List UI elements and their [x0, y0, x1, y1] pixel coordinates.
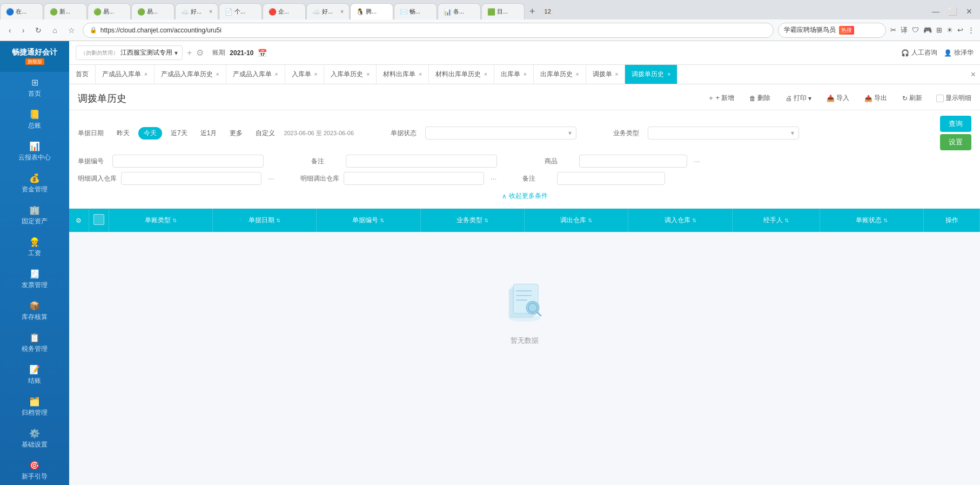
tab-product-inbound2[interactable]: 产成品入库单 × [226, 65, 285, 84]
tab-material-outbound[interactable]: 材料出库单 × [377, 65, 429, 84]
col-business[interactable]: 业务类型 ⇅ [420, 209, 524, 232]
add-company-icon[interactable]: + [187, 48, 192, 58]
close-button[interactable]: ✕ [964, 5, 975, 18]
sidebar-item-tax[interactable]: 📋 税务管理 [0, 327, 69, 359]
col-no[interactable]: 单据编号 ⇅ [317, 209, 420, 232]
goods-dots[interactable]: ··· [694, 157, 700, 165]
date-1month-btn[interactable]: 近1月 [196, 127, 221, 139]
tab-close-material-outbound[interactable]: × [419, 71, 422, 77]
date-yesterday-btn[interactable]: 昨天 [112, 127, 134, 139]
tab-close-inbound-history[interactable]: × [366, 71, 370, 77]
date-custom-btn[interactable]: 自定义 [251, 127, 279, 139]
col-in-warehouse[interactable]: 调入仓库 ⇅ [628, 209, 732, 232]
close-all-tabs-button[interactable]: × [966, 70, 980, 79]
browser-tab-1[interactable]: 🔵 在... [0, 3, 43, 19]
show-columns-toggle[interactable]: 显示明细 [936, 94, 971, 103]
tab-close-transfer[interactable]: × [615, 71, 619, 77]
col-status[interactable]: 单账状态 ⇅ [820, 209, 923, 232]
sidebar-item-assets[interactable]: 🏢 固定资产 [0, 200, 69, 231]
goods-input[interactable] [579, 155, 687, 168]
tab-close-material-outbound-history[interactable]: × [484, 71, 487, 77]
remark-input[interactable] [346, 155, 497, 168]
home-button[interactable]: ⌂ [49, 24, 60, 37]
refresh-button[interactable]: ↻ 刷新 [897, 91, 928, 105]
consultant-button[interactable]: 🎧 人工咨询 [901, 48, 937, 57]
detail-in-dots[interactable]: ··· [268, 174, 274, 183]
user-info[interactable]: 👤 徐泽华 [944, 48, 974, 57]
browser-tab-8[interactable]: ☁️ 好... × [306, 3, 350, 19]
browser-tab-5[interactable]: ☁️ 好... × [175, 3, 218, 19]
sidebar-item-settings[interactable]: ⚙️ 基础设置 [0, 423, 69, 455]
detail-out-input[interactable] [344, 172, 484, 185]
browser-tab-12[interactable]: 🟩 目... [481, 3, 525, 19]
filter-settings-button[interactable]: 设置 [940, 134, 971, 150]
back-button[interactable]: ‹ [5, 24, 15, 37]
tab-product-inbound-history[interactable]: 产成品入库单历史 × [155, 65, 226, 84]
select-all-checkbox[interactable] [93, 214, 104, 225]
minimize-button[interactable]: — [930, 5, 942, 18]
bookmark-button[interactable]: ☆ [65, 24, 78, 37]
export-button[interactable]: 📤 导出 [859, 91, 892, 105]
reload-button[interactable]: ↻ [32, 24, 45, 37]
grid-icon[interactable]: ⊞ [936, 26, 942, 34]
sidebar-item-invoice[interactable]: 🧾 发票管理 [0, 263, 69, 295]
new-tab-button[interactable]: + [525, 6, 540, 17]
column-settings-button[interactable]: ⚙ [69, 209, 89, 232]
sidebar-item-inventory[interactable]: 📦 库存核算 [0, 295, 69, 327]
new-button[interactable]: ＋ + 新增 [702, 91, 740, 105]
browser-tab-10[interactable]: ✉️ 畅... [394, 3, 437, 19]
sidebar-item-reports[interactable]: 📊 云报表中心 [0, 136, 69, 168]
sidebar-item-ledger[interactable]: 📒 总账 [0, 104, 69, 136]
tab-home[interactable]: 首页 [69, 65, 96, 84]
brightness-icon[interactable]: ☀ [947, 26, 953, 34]
sidebar-item-home[interactable]: ⊞ 首页 [0, 72, 69, 104]
browser-tab-9[interactable]: 🐧 腾... [350, 3, 393, 19]
sidebar-item-guide[interactable]: 🎯 新手引导 [0, 455, 69, 485]
delete-button[interactable]: 🗑 删除 [744, 91, 776, 105]
business-type-dropdown[interactable]: ▾ [648, 127, 799, 139]
menu-icon[interactable]: ⋮ [968, 26, 975, 34]
query-button[interactable]: 查询 [940, 116, 971, 132]
gamepad-icon[interactable]: 🎮 [923, 26, 932, 34]
company-selector[interactable]: （勿删勿禁用） 江西服宝测试专用 ▾ [76, 45, 183, 60]
tab-close-5[interactable]: × [209, 9, 212, 15]
tab-close-product-inbound[interactable]: × [144, 71, 147, 77]
date-today-btn[interactable]: 今天 [138, 127, 162, 139]
tab-product-inbound[interactable]: 产成品入库单 × [96, 65, 155, 84]
sidebar-item-salary[interactable]: 👷 工资 [0, 231, 69, 263]
date-more-btn[interactable]: 更多 [225, 127, 247, 139]
tab-outbound[interactable]: 出库单 × [494, 65, 534, 84]
select-all-th[interactable] [89, 209, 109, 232]
collapse-filter-button[interactable]: ∧ 收起更多条件 [78, 189, 971, 203]
tab-close-product-inbound2[interactable]: × [275, 71, 278, 77]
tab-material-outbound-history[interactable]: 材料出库单历史 × [429, 65, 494, 84]
tab-close-product-inbound-history[interactable]: × [216, 71, 219, 77]
tab-close-outbound-history[interactable]: × [576, 71, 579, 77]
maximize-button[interactable]: ⬜ [946, 5, 959, 18]
sidebar-item-closing[interactable]: 📝 结账 [0, 359, 69, 391]
browser-tab-6[interactable]: 📄 个... [219, 3, 262, 19]
print-button[interactable]: 🖨 打印 ▾ [780, 91, 817, 105]
remark2-input[interactable] [557, 172, 665, 185]
browser-tab-2[interactable]: 🟢 新... [44, 3, 87, 19]
tab-transfer-history[interactable]: 调拨单历史 × [625, 65, 677, 84]
status-dropdown[interactable]: ▾ [425, 127, 576, 139]
sidebar-item-archive[interactable]: 🗂️ 归档管理 [0, 391, 69, 423]
tab-close-8[interactable]: × [340, 9, 344, 15]
tab-close-inbound[interactable]: × [314, 71, 318, 77]
detail-in-input[interactable] [121, 172, 261, 185]
tab-close-outbound[interactable]: × [523, 71, 527, 77]
browser-tab-4[interactable]: 🟢 易... [131, 3, 174, 19]
forward-button[interactable]: › [19, 24, 28, 37]
browser-tab-11[interactable]: 📊 各... [438, 3, 481, 19]
sidebar-item-funds[interactable]: 💰 资金管理 [0, 168, 69, 200]
tab-inbound-history[interactable]: 入库单历史 × [324, 65, 377, 84]
search-bar[interactable]: 学霸应聘场驱鸟员 热搜 [778, 23, 886, 38]
col-out-warehouse[interactable]: 调出仓库 ⇅ [525, 209, 628, 232]
import-button[interactable]: 📥 导入 [821, 91, 855, 105]
tab-outbound-history[interactable]: 出库单历史 × [534, 65, 586, 84]
calendar-icon[interactable]: 📅 [258, 49, 267, 57]
col-type[interactable]: 单账类型 ⇅ [109, 209, 212, 232]
detail-out-dots[interactable]: ··· [491, 174, 497, 183]
url-bar[interactable]: 🔒 https://cloud.chanjet.com/accounting/u… [83, 23, 774, 38]
